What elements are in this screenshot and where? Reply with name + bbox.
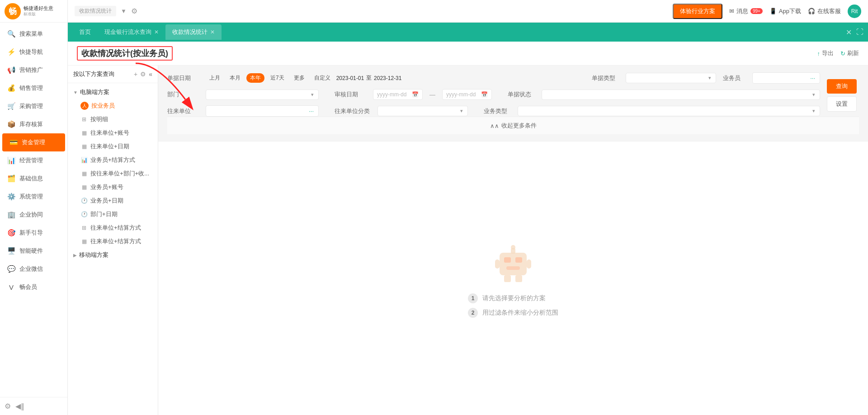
sidebar-item-enterprise[interactable]: 🏢 企业协同 — [0, 206, 67, 224]
tree-item-dept-date[interactable]: 🕐 部门+日期 — [68, 208, 158, 221]
collapse-bar[interactable]: ∧∧ 收起更多条件 — [167, 117, 859, 134]
tree-item-by-salesperson[interactable]: 人 按业务员 — [68, 99, 158, 113]
collapse-sidebar-icon[interactable]: ◀‖ — [15, 402, 24, 410]
sidebar-nav: 🔍 搜索菜单 ⚡ 快捷导航 📢 营销推广 💰 销售管理 🛒 采购管理 📦 库存核… — [0, 23, 67, 397]
sidebar-item-enterprise-label: 企业协同 — [19, 211, 43, 219]
tab-collection-stat-close[interactable]: ✕ — [210, 29, 215, 35]
partner-select[interactable]: ··· — [206, 105, 319, 117]
sidebar-item-quick-nav[interactable]: ⚡ 快捷导航 — [0, 43, 67, 61]
message-button[interactable]: ✉ 消息 99+ — [729, 7, 763, 15]
export-button[interactable]: ↑ 导出 — [817, 49, 834, 57]
sidebar-item-sales-label: 销售管理 — [19, 84, 43, 92]
voucher-type-select[interactable]: ▾ — [626, 73, 716, 83]
tree-item-partner-payment2[interactable]: ▦ 往来单位+结算方式 — [68, 235, 158, 248]
sidebar-item-business-label: 经营管理 — [19, 156, 43, 165]
sidebar-item-quick-nav-label: 快捷导航 — [19, 48, 43, 56]
scheme-collapse-icon[interactable]: « — [149, 71, 152, 78]
scheme-header: 按以下方案查询 + ⚙ « — [68, 66, 158, 83]
tab-close-all-icon[interactable]: ✕ — [846, 28, 852, 37]
online-service-button[interactable]: 🎧 在线客服 — [808, 7, 841, 15]
dept-dropdown-icon: ▾ — [311, 92, 314, 98]
app-download-button[interactable]: 📱 App下载 — [769, 7, 801, 15]
review-date-to-input[interactable]: yyyy-mm-dd 📅 — [442, 89, 492, 100]
sidebar-item-inventory[interactable]: 📦 库存核算 — [0, 115, 67, 133]
system-icon: ⚙️ — [7, 192, 16, 201]
voucher-status-select[interactable]: ▾ — [542, 90, 820, 100]
collapse-label: 收起更多条件 — [501, 122, 537, 130]
tree-item-partner-date[interactable]: ▦ 往来单位+日期 — [68, 140, 158, 153]
sidebar-item-member[interactable]: V 畅会员 — [0, 278, 67, 296]
review-date-label: 审核日期 — [335, 90, 366, 99]
date-btn-last-month[interactable]: 上月 — [206, 73, 224, 83]
sidebar-item-sales[interactable]: 💰 销售管理 — [0, 79, 67, 97]
tree-item-salesperson-account-label: 业务员+账号 — [90, 183, 123, 191]
date-btn-last-7days[interactable]: 近7天 — [267, 73, 288, 83]
tree-item-salesperson-payment[interactable]: 📊 业务员+结算方式 — [68, 153, 158, 167]
message-icon: ✉ — [729, 8, 734, 14]
sidebar: 畅 畅捷通好生意 标准版 🔍 搜索菜单 ⚡ 快捷导航 📢 营销推广 💰 销售管理… — [0, 0, 68, 415]
dept-select[interactable]: ▾ — [206, 90, 319, 100]
tree-item-partner-dept-collect[interactable]: ▦ 按往来单位+部门+收... — [68, 167, 158, 180]
sidebar-item-marketing[interactable]: 📢 营销推广 — [0, 61, 67, 79]
salesperson-select[interactable]: ··· — [752, 72, 820, 84]
tree-group-pc: ▼ 电脑端方案 人 按业务员 ⊞ 按明细 ▦ — [68, 85, 158, 248]
partner-more-icon[interactable]: ··· — [309, 108, 314, 114]
business-type-select[interactable]: ▾ — [518, 106, 820, 116]
tree-group-pc-title[interactable]: ▼ 电脑端方案 — [68, 85, 158, 99]
logo-icon: 畅 — [5, 3, 21, 19]
partner-category-select[interactable]: ▾ — [377, 106, 468, 116]
tab-collection-stat[interactable]: 收款情况统计 ✕ — [165, 24, 222, 40]
sidebar-item-basic[interactable]: 🗂️ 基础信息 — [0, 170, 67, 188]
user-avatar[interactable]: Rit — [848, 5, 861, 18]
header-gear-icon[interactable]: ⚙ — [131, 7, 137, 15]
tab-collection-stat-label: 收款情况统计 — [172, 28, 208, 36]
tree-item-partner-account[interactable]: ▦ 往来单位+账号 — [68, 126, 158, 140]
review-date-from-input[interactable]: yyyy-mm-dd 📅 — [373, 89, 423, 100]
scheme-settings-icon[interactable]: ⚙ — [140, 71, 146, 78]
tree-item-partner-date-icon: ▦ — [80, 143, 88, 150]
sidebar-item-business[interactable]: 📊 经营管理 — [0, 151, 67, 170]
voucher-type-dropdown-icon: ▾ — [708, 75, 711, 81]
tree-item-salesperson-account[interactable]: ▦ 业务员+账号 — [68, 180, 158, 194]
refresh-button[interactable]: ↻ 刷新 — [840, 49, 859, 57]
tree-group-mobile-title[interactable]: ▶ 移动端方案 — [68, 248, 158, 262]
sidebar-item-guide-label: 新手引导 — [19, 229, 43, 237]
calendar-icon-to[interactable]: 📅 — [481, 91, 488, 98]
filter-settings-button[interactable]: 设置 — [827, 96, 857, 112]
tree-item-partner-payment1[interactable]: ⊞ 往来单位+结算方式 — [68, 221, 158, 235]
tab-expand-icon[interactable]: ⛶ — [856, 28, 863, 36]
tree-item-by-detail[interactable]: ⊞ 按明细 — [68, 113, 158, 126]
breadcrumb-dropdown-icon[interactable]: ▼ — [121, 8, 127, 14]
sidebar-item-purchase[interactable]: 🛒 采购管理 — [0, 97, 67, 115]
tab-home[interactable]: 首页 — [72, 24, 98, 40]
tree-item-partner-account-label: 往来单位+账号 — [90, 129, 129, 137]
settings-bottom-icon[interactable]: ⚙ — [5, 402, 11, 410]
svg-rect-9 — [515, 275, 522, 282]
marketing-icon: 📢 — [7, 66, 16, 75]
sidebar-item-hardware[interactable]: 🖥️ 智能硬件 — [0, 242, 67, 260]
tree-item-partner-dept-label: 按往来单位+部门+收... — [90, 170, 149, 178]
scheme-panel-title: 按以下方案查询 — [73, 70, 114, 78]
tab-bank-flow[interactable]: 现金银行流水查询 ✕ — [98, 24, 165, 40]
sidebar-item-search[interactable]: 🔍 搜索菜单 — [0, 25, 67, 43]
query-actions: 查询 设置 — [825, 72, 859, 112]
review-date-from-value: yyyy-mm-dd — [377, 91, 406, 98]
calendar-icon-from[interactable]: 📅 — [412, 91, 419, 98]
sidebar-item-guide[interactable]: 🎯 新手引导 — [0, 224, 67, 242]
scheme-add-icon[interactable]: + — [134, 71, 137, 78]
sidebar-item-system-label: 系统管理 — [19, 193, 43, 201]
date-btn-this-month[interactable]: 本月 — [226, 73, 244, 83]
sidebar-item-system[interactable]: ⚙️ 系统管理 — [0, 188, 67, 206]
date-btn-this-year[interactable]: 本年 — [246, 73, 264, 83]
date-btn-more[interactable]: 更多 — [290, 73, 308, 83]
sidebar-item-wechat[interactable]: 💬 企业微信 — [0, 260, 67, 278]
tree-item-partner-dept-icon: ▦ — [80, 170, 88, 177]
tab-bank-flow-close[interactable]: ✕ — [154, 29, 159, 35]
tree-item-salesperson-date[interactable]: 🕐 业务员+日期 — [68, 194, 158, 208]
sidebar-item-finance[interactable]: 💳 资金管理 — [2, 133, 65, 151]
query-button[interactable]: 查询 — [827, 79, 857, 94]
trial-button[interactable]: 体验行业方案 — [673, 4, 722, 19]
salesperson-more-icon[interactable]: ··· — [810, 75, 815, 81]
tree-item-dept-date-icon: 🕐 — [80, 211, 88, 218]
date-btn-custom[interactable]: 自定义 — [311, 73, 334, 83]
